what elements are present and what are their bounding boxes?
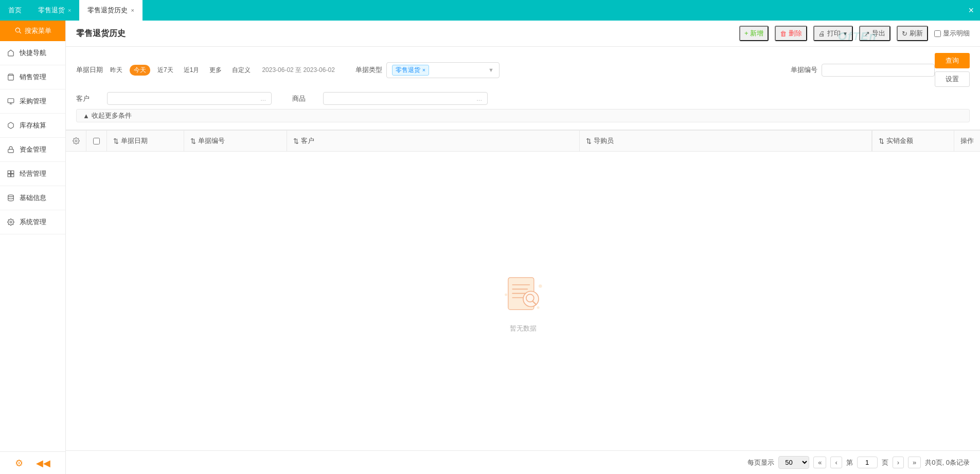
th-customer[interactable]: ⇅ 客户	[287, 131, 580, 151]
system-icon	[6, 217, 15, 227]
tab-home[interactable]: 首页	[0, 0, 30, 21]
search-icon	[14, 27, 22, 35]
window-close-button[interactable]: ×	[968, 5, 974, 16]
page-size-label: 每页显示	[747, 458, 774, 467]
settings-icon[interactable]: ⚙	[15, 458, 23, 469]
collapse-button[interactable]: ▲ 收起更多条件	[76, 109, 970, 122]
tab-retail-return[interactable]: 零售退货 ×	[30, 0, 79, 21]
date-btn-today[interactable]: 今天	[130, 65, 150, 76]
svg-point-21	[539, 284, 542, 288]
add-button[interactable]: + 新增	[739, 26, 769, 41]
show-detail-checkbox-label[interactable]: 显示明细	[934, 29, 970, 38]
table-area: ⇅ 单据日期 ⇅ 单据编号 ⇅ 客户 ⇅ 导购员 ⇅ 实销金额	[66, 130, 980, 450]
delete-button[interactable]: 🗑 删除	[775, 26, 807, 41]
date-btn-custom[interactable]: 自定义	[229, 65, 254, 76]
filter-type-label: 单据类型	[355, 65, 386, 75]
filter-actions: 查询 设置	[935, 53, 970, 87]
sidebar-item-system-mgmt[interactable]: 系统管理	[0, 210, 65, 234]
show-detail-checkbox[interactable]	[934, 30, 941, 37]
table-body: 暂无数据	[66, 152, 980, 450]
filter-type-select[interactable]: 零售退货 × ▼	[386, 62, 500, 78]
sidebar-item-finance-mgmt[interactable]: 资金管理	[0, 138, 65, 162]
sidebar-item-quick-nav[interactable]: 快捷导航	[0, 41, 65, 65]
filter-goods-label: 商品	[292, 94, 323, 103]
filter-number-section: 单据编号	[791, 64, 935, 77]
filter-customer-label: 客户	[76, 94, 107, 103]
sidebar: 搜索菜单 快捷导航 销售管理 采购管理	[0, 21, 66, 474]
th-number[interactable]: ⇅ 单据编号	[184, 131, 287, 151]
settings-button[interactable]: 设置	[935, 71, 970, 87]
next-page-button[interactable]: ›	[893, 457, 904, 468]
sidebar-item-base-info[interactable]: 基础信息	[0, 186, 65, 210]
volume-icon[interactable]: ◀◀	[36, 458, 50, 469]
th-date[interactable]: ⇅ 单据日期	[107, 131, 184, 151]
pagination-bar: 每页显示 50 10 20 100 « ‹ 第 页 › » 共0页, 0条记录	[66, 450, 980, 474]
page-number-input[interactable]	[857, 457, 878, 468]
filter-type-tag-close[interactable]: ×	[422, 67, 425, 73]
tab-home-label: 首页	[8, 6, 22, 15]
print-dropdown-icon: ▼	[843, 31, 848, 37]
select-all-checkbox[interactable]	[93, 138, 100, 144]
page-label-text: 第	[846, 458, 853, 467]
filter-date-label: 单据日期	[76, 65, 107, 75]
sort-date-icon: ⇅	[113, 137, 119, 145]
query-button[interactable]: 查询	[935, 53, 970, 68]
empty-illustration	[497, 269, 549, 324]
th-checkbox[interactable]	[86, 131, 107, 151]
date-btn-more[interactable]: 更多	[206, 65, 225, 76]
sidebar-search[interactable]: 搜索菜单	[0, 21, 65, 41]
page-title: 零售退货历史	[76, 28, 126, 39]
sidebar-item-purchase-mgmt[interactable]: 采购管理	[0, 89, 65, 114]
tab-retail-return-history[interactable]: 零售退货历史 ×	[79, 0, 142, 21]
tab-retail-return-history-close[interactable]: ×	[131, 7, 134, 13]
operation-icon	[6, 169, 15, 178]
empty-text: 暂无数据	[510, 324, 537, 333]
filter-date-buttons: 昨天 今天 近7天 近1月 更多 自定义 2023-06-02 至 2023-0…	[107, 65, 335, 76]
th-number-label: 单据编号	[198, 136, 225, 145]
collapse-row: ▲ 收起更多条件	[76, 109, 970, 126]
th-date-label: 单据日期	[121, 136, 148, 145]
sort-amount-icon: ⇅	[879, 137, 884, 145]
date-btn-yesterday[interactable]: 昨天	[107, 65, 126, 76]
filter-number-input[interactable]	[822, 64, 935, 77]
sidebar-bottom: ⚙ ◀◀	[0, 451, 65, 474]
svg-point-10	[10, 221, 12, 223]
sidebar-item-sales-mgmt[interactable]: 销售管理	[0, 65, 65, 89]
filter-type-section: 单据类型 零售退货 × ▼	[355, 62, 770, 78]
prev-page-button[interactable]: ‹	[830, 457, 842, 468]
finance-icon	[6, 145, 15, 154]
svg-point-0	[15, 28, 20, 32]
sidebar-item-inventory[interactable]: 库存核算	[0, 114, 65, 138]
svg-point-22	[537, 306, 539, 308]
export-button[interactable]: ↗ 导出	[859, 26, 890, 41]
delete-icon: 🗑	[780, 30, 787, 38]
th-settings[interactable]	[66, 131, 86, 151]
th-guide[interactable]: ⇅ 导购员	[580, 131, 872, 151]
sidebar-search-label: 搜索菜单	[25, 26, 51, 35]
page-size-select[interactable]: 50 10 20 100	[778, 456, 809, 469]
date-btn-7days[interactable]: 近7天	[154, 65, 176, 76]
inventory-icon	[6, 121, 15, 130]
sidebar-item-operation-mgmt[interactable]: 经营管理	[0, 162, 65, 186]
last-page-button[interactable]: »	[908, 457, 921, 468]
svg-point-11	[75, 140, 77, 142]
pagination-total-info: 共0页, 0条记录	[925, 458, 970, 467]
tab-retail-return-close[interactable]: ×	[68, 7, 71, 13]
svg-point-9	[8, 195, 14, 197]
filter-customer-input[interactable]: ...	[107, 92, 272, 105]
sidebar-item-system-label: 系统管理	[20, 217, 46, 227]
filter-goods-input[interactable]: ...	[323, 92, 488, 105]
collapse-up-icon: ▲	[83, 112, 90, 120]
export-icon: ↗	[864, 30, 870, 38]
th-actions-label: 操作	[960, 136, 974, 145]
sort-guide-icon: ⇅	[586, 137, 592, 145]
th-actions: 操作	[954, 131, 980, 151]
th-amount[interactable]: ⇅ 实销金额	[872, 131, 954, 151]
svg-rect-3	[8, 99, 14, 103]
collapse-label: 收起更多条件	[92, 111, 132, 120]
refresh-button[interactable]: ↻ 刷新	[897, 26, 928, 41]
first-page-button[interactable]: «	[813, 457, 826, 468]
date-btn-1month[interactable]: 近1月	[181, 65, 203, 76]
page-unit-label: 页	[882, 458, 888, 467]
print-button[interactable]: 🖨 打印 ▼	[813, 26, 853, 41]
